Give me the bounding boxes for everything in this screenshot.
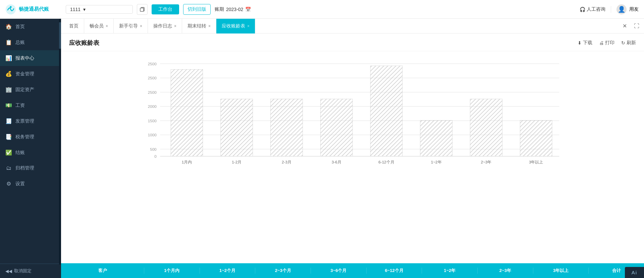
tab-log-close[interactable]: ×	[174, 24, 176, 28]
scrollbar-thumb[interactable]	[59, 22, 61, 49]
content-area: 首页 畅会员 × 新手引导 × 操作日志 × 期末结转 × 应收账龄表 ×	[61, 19, 644, 278]
tab-close-period-label: 期末结转	[187, 23, 206, 29]
tab-guide-close[interactable]: ×	[140, 24, 142, 28]
bar-3year-plus	[520, 120, 552, 156]
download-label: 下载	[583, 40, 592, 46]
sidebar-label-settings: 设置	[15, 181, 25, 187]
refresh-button[interactable]: ↻ 刷新	[621, 40, 636, 46]
th-2-3month: 2~3个月	[255, 268, 311, 274]
report-icon: 📊	[5, 55, 12, 61]
consult-button[interactable]: 🎧 人工咨询	[580, 6, 605, 12]
company-selector[interactable]: 1111 ▾	[66, 5, 133, 14]
tab-guide[interactable]: 新手引导 ×	[114, 19, 148, 33]
headset-icon: 🎧	[580, 7, 585, 12]
tab-close-period-close[interactable]: ×	[208, 24, 211, 28]
tab-member[interactable]: 畅会员 ×	[84, 19, 114, 33]
header-right: 🎧 人工咨询 👤 用友	[580, 4, 639, 14]
bar-3-6month	[320, 99, 353, 156]
tab-home[interactable]: 首页	[64, 19, 84, 33]
page-content: 应收账龄表 ⬇ 下载 🖨 打印 ↻ 刷新	[61, 33, 644, 278]
ai-badge[interactable]: Ai	[625, 267, 644, 278]
bar-1-2year	[420, 120, 452, 156]
switch-button[interactable]: 切到旧版	[183, 4, 211, 15]
sidebar-item-report[interactable]: 📊 报表中心	[0, 50, 61, 66]
sidebar-label-invoice: 发票管理	[15, 118, 34, 124]
th-customer: 客户	[61, 268, 144, 274]
ledger-icon: 📋	[5, 39, 12, 46]
sidebar-item-home[interactable]: 🏠 首页	[0, 19, 61, 34]
bar-1month	[171, 69, 203, 156]
report-header: 应收账龄表 ⬇ 下载 🖨 打印 ↻ 刷新	[61, 33, 644, 51]
sidebar-label-report: 报表中心	[15, 55, 34, 61]
bar-6-12month	[370, 66, 402, 156]
sidebar-label-payroll: 工资	[15, 102, 25, 109]
sidebar: 🏠 首页 📋 总账 📊 报表中心 💰 资金管理 🏢 固定资产 💵 工资 🧾 发票…	[0, 19, 61, 278]
chart-container: 0 500 1000 1500 2000 2500 2500 2500	[69, 57, 636, 170]
tab-close-period[interactable]: 期末结转 ×	[182, 19, 216, 33]
calendar-icon[interactable]: 📅	[245, 7, 251, 12]
tab-log[interactable]: 操作日志 ×	[148, 19, 182, 33]
sidebar-item-tax[interactable]: 📑 税务管理	[0, 129, 61, 145]
logo-text: 畅捷通易代账	[19, 6, 49, 12]
tab-expand-button[interactable]: ⛶	[632, 21, 641, 31]
report-actions: ⬇ 下载 🖨 打印 ↻ 刷新	[578, 40, 636, 46]
user-area[interactable]: 👤 用友	[616, 4, 639, 14]
svg-text:3-6月: 3-6月	[332, 160, 341, 164]
print-icon: 🖨	[599, 40, 604, 46]
sidebar-label-home: 首页	[15, 24, 25, 30]
print-button[interactable]: 🖨 打印	[599, 40, 614, 46]
sidebar-label-ledger: 总账	[15, 40, 25, 46]
chart-area: 0 500 1000 1500 2000 2500 2500 2500	[61, 51, 644, 263]
svg-text:0: 0	[154, 154, 157, 158]
tab-member-label: 畅会员	[90, 23, 104, 29]
sidebar-item-archive[interactable]: 🗂 归档管理	[0, 160, 61, 176]
sidebar-label-checkout: 结账	[15, 150, 25, 156]
tab-member-close[interactable]: ×	[106, 24, 108, 28]
svg-text:3年以上: 3年以上	[529, 160, 543, 164]
tab-aging[interactable]: 应收账龄表 ×	[216, 19, 255, 33]
svg-text:2~3年: 2~3年	[481, 160, 492, 164]
svg-rect-2	[140, 8, 144, 11]
sidebar-item-settings[interactable]: ⚙ 设置	[0, 176, 61, 192]
checkout-icon: ✅	[5, 149, 12, 156]
svg-text:2500: 2500	[148, 62, 157, 66]
svg-text:2500: 2500	[148, 90, 157, 94]
tab-guide-label: 新手引导	[119, 23, 138, 29]
copy-button[interactable]	[137, 4, 148, 15]
sidebar-item-asset[interactable]: 🏢 固定资产	[0, 82, 61, 97]
th-1-2year: 1~2年	[422, 268, 478, 274]
download-icon: ⬇	[578, 40, 582, 46]
asset-icon: 🏢	[5, 86, 12, 93]
tab-close-all-button[interactable]: ✕	[620, 21, 629, 31]
period-area: 账期 2023-02 📅	[215, 6, 251, 12]
sidebar-label-archive: 归档管理	[15, 165, 34, 171]
svg-point-1	[10, 6, 11, 8]
sidebar-label-fund: 资金管理	[15, 71, 34, 77]
tab-home-label: 首页	[69, 23, 78, 29]
cancel-fixed-button[interactable]: ◀◀ 取消固定	[0, 264, 61, 278]
sidebar-label-asset: 固定资产	[15, 87, 34, 93]
sidebar-item-checkout[interactable]: ✅ 结账	[0, 145, 61, 160]
tab-aging-label: 应收账龄表	[222, 23, 245, 29]
sidebar-item-payroll[interactable]: 💵 工资	[0, 97, 61, 113]
svg-text:1000: 1000	[148, 133, 157, 137]
tab-aging-close[interactable]: ×	[247, 24, 250, 28]
table-header: 客户 1个月内 1~2个月 2~3个月 3~6个月 6~12个月	[61, 263, 644, 278]
download-button[interactable]: ⬇ 下载	[578, 40, 592, 46]
fund-icon: 💰	[5, 71, 12, 77]
archive-icon: 🗂	[5, 165, 12, 171]
svg-text:2500: 2500	[148, 76, 157, 80]
aging-chart: 0 500 1000 1500 2000 2500 2500 2500	[69, 57, 636, 170]
sidebar-item-ledger[interactable]: 📋 总账	[0, 34, 61, 50]
th-2-3year: 2~3年	[478, 268, 533, 274]
sidebar-item-fund[interactable]: 💰 资金管理	[0, 66, 61, 82]
settings-icon: ⚙	[5, 181, 12, 187]
svg-text:1-2月: 1-2月	[232, 160, 241, 164]
workbench-button[interactable]: 工作台	[152, 4, 179, 14]
refresh-label: 刷新	[627, 40, 636, 46]
svg-text:1500: 1500	[148, 119, 157, 123]
sidebar-item-invoice[interactable]: 🧾 发票管理	[0, 113, 61, 129]
svg-text:1~2年: 1~2年	[431, 160, 442, 164]
svg-text:6-12个月: 6-12个月	[378, 160, 394, 164]
refresh-icon: ↻	[621, 40, 625, 46]
